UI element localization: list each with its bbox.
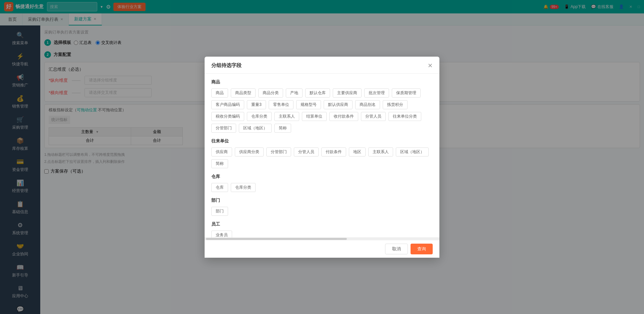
field-tag[interactable]: 客户商品编码 [211, 100, 244, 109]
field-tag[interactable]: 结算单位 [302, 112, 327, 121]
field-tag[interactable]: 默认仓库 [305, 88, 330, 98]
field-tag[interactable]: 地区 [349, 147, 366, 156]
section-title-employee: 员工 [211, 221, 433, 227]
field-tag[interactable]: 默认供应商 [324, 100, 353, 109]
field-tag[interactable]: 往来单位分类 [388, 112, 421, 121]
field-tag[interactable]: 仓库分类 [231, 183, 256, 192]
field-tag[interactable]: 重量3 [247, 100, 266, 109]
field-tag[interactable]: 商品 [211, 88, 228, 98]
section-title-warehouse: 仓库 [211, 174, 433, 180]
field-tag[interactable]: 分管部门 [211, 124, 236, 133]
field-tag[interactable]: 供应商分类 [235, 147, 264, 156]
field-tag[interactable]: 区域（地区） [396, 147, 429, 156]
field-group-partner: 往来单位 供应商 供应商分类 分管部门 分管人员 付款条件 地区 主联系人 区域… [211, 138, 433, 168]
field-tag[interactable]: 商品类型 [231, 88, 256, 98]
field-tag[interactable]: 保质期管理 [392, 88, 421, 98]
field-group-employee: 员工 业务员 [211, 221, 433, 238]
field-tag[interactable]: 区域（地区） [239, 124, 272, 133]
product-fields: 商品 商品类型 商品分类 产地 默认仓库 主要供应商 批次管理 保质期管理 客户… [211, 88, 433, 133]
field-tag[interactable]: 简称 [211, 159, 228, 168]
section-title-product: 商品 [211, 79, 433, 85]
dept-fields: 部门 [211, 207, 433, 216]
dialog-body[interactable]: 商品 商品 商品类型 商品分类 产地 默认仓库 主要供应商 批次管理 保质期管理… [205, 74, 439, 238]
field-tag[interactable]: 主联系人 [274, 112, 299, 121]
dialog: 分组待选字段 ✕ 商品 商品 商品类型 商品分类 产地 默认仓库 主要供应商 批… [205, 57, 439, 258]
field-tag[interactable]: 主联系人 [368, 147, 393, 156]
field-group-warehouse: 仓库 仓库 仓库分类 [211, 174, 433, 192]
field-tag[interactable]: 零售单位 [269, 100, 293, 109]
field-tag[interactable]: 分管人员 [361, 112, 386, 121]
section-title-partner: 往来单位 [211, 138, 433, 144]
field-group-product: 商品 商品 商品类型 商品分类 产地 默认仓库 主要供应商 批次管理 保质期管理… [211, 79, 433, 133]
dialog-close-button[interactable]: ✕ [428, 62, 433, 69]
dialog-title: 分组待选字段 [211, 62, 241, 69]
partner-fields: 供应商 供应商分类 分管部门 分管人员 付款条件 地区 主联系人 区域（地区） … [211, 147, 433, 168]
field-tag[interactable]: 规格型号 [296, 100, 321, 109]
dialog-footer: 取消 查询 [205, 240, 439, 258]
field-tag[interactable]: 分管人员 [294, 147, 319, 156]
field-tag[interactable]: 税收分类编码 [211, 112, 244, 121]
field-tag[interactable]: 业务员 [211, 231, 232, 238]
field-tag[interactable]: 付款条件 [321, 147, 346, 156]
h-scrollbar-track[interactable] [205, 238, 439, 240]
field-tag[interactable]: 批次管理 [364, 88, 389, 98]
field-tag[interactable]: 供应商 [211, 147, 232, 156]
warehouse-fields: 仓库 仓库分类 [211, 183, 433, 192]
cancel-button[interactable]: 取消 [385, 244, 408, 254]
field-tag[interactable]: 简称 [274, 124, 291, 133]
h-scrollbar-thumb [206, 238, 347, 240]
dialog-header: 分组待选字段 ✕ [205, 57, 439, 74]
field-tag[interactable]: 商品分类 [258, 88, 283, 98]
field-tag[interactable]: 仓库 [211, 183, 228, 192]
field-tag[interactable]: 商品别名 [355, 100, 380, 109]
field-tag[interactable]: 主要供应商 [333, 88, 362, 98]
field-tag[interactable]: 拣货积分 [383, 100, 408, 109]
modal-overlay: 分组待选字段 ✕ 商品 商品 商品类型 商品分类 产地 默认仓库 主要供应商 批… [0, 0, 644, 314]
field-tag[interactable]: 仓库分类 [247, 112, 272, 121]
field-group-dept: 部门 部门 [211, 197, 433, 216]
confirm-button[interactable]: 查询 [411, 244, 433, 254]
field-tag[interactable]: 产地 [286, 88, 303, 98]
field-tag[interactable]: 分管部门 [266, 147, 291, 156]
field-tag[interactable]: 部门 [211, 207, 228, 216]
field-tag[interactable]: 收付款条件 [329, 112, 358, 121]
section-title-dept: 部门 [211, 197, 433, 203]
employee-fields: 业务员 [211, 231, 433, 238]
